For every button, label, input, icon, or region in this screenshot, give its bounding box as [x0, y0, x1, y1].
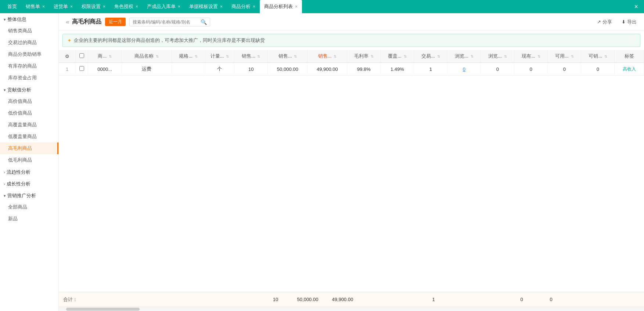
sort-spec-icon[interactable]: ⇅: [195, 54, 198, 58]
table-header-row: ⚙ 商... ⇅ 商品名称 ⇅ 规格...: [59, 50, 644, 63]
col-gross-rate[interactable]: 毛利率 ⇅: [347, 50, 381, 63]
content-area: « 高毛利商品 近一月 🔍 ↗ 分享 ⬇ 导出 ✦ 企业的主要的利润都是这部: [59, 13, 644, 311]
sort-code-icon[interactable]: ⇅: [109, 54, 112, 58]
sidebar-item-stocked-goods[interactable]: 有库存的商品: [0, 60, 58, 72]
sort-browse2-icon[interactable]: ⇅: [504, 54, 507, 58]
export-button[interactable]: ⬇ 导出: [619, 17, 640, 27]
search-input[interactable]: [133, 19, 201, 25]
data-table: ⚙ 商... ⇅ 商品名称 ⇅ 规格...: [59, 50, 644, 76]
top-nav: 首页 销售单 × 进货单 × 权限设置 × 角色授权 × 产成品入库单 × 单据…: [0, 0, 644, 13]
col-stock-saleable[interactable]: 可销... ⇅: [581, 50, 615, 63]
arrow-trend-icon: ›: [4, 170, 5, 174]
period-button[interactable]: 近一月: [105, 18, 126, 26]
nav-purchase-close[interactable]: ×: [70, 4, 73, 9]
sort-stock-available-icon[interactable]: ⇅: [571, 54, 574, 58]
col-unit[interactable]: 计量... ⇅: [205, 50, 234, 63]
footer-spacer4: [162, 297, 206, 302]
sort-stock-current-icon[interactable]: ⇅: [537, 54, 540, 58]
horizontal-scrollbar[interactable]: [59, 307, 644, 311]
nav-purchase[interactable]: 进货单 ×: [49, 0, 77, 13]
nav-role[interactable]: 角色授权 ×: [110, 0, 143, 13]
sidebar-item-high-coverage[interactable]: 高覆盖量商品: [0, 119, 58, 131]
sidebar-item-category-assist[interactable]: 商品分类助销率: [0, 48, 58, 60]
sidebar-item-low-coverage[interactable]: 低覆盖量商品: [0, 131, 58, 142]
nav-template[interactable]: 单据模板设置 ×: [185, 0, 227, 13]
nav-template-close[interactable]: ×: [220, 4, 223, 9]
sort-browse1-icon[interactable]: ⇅: [471, 54, 474, 58]
sidebar-item-low-margin[interactable]: 低毛利商品: [0, 154, 58, 166]
nav-permission-close[interactable]: ×: [103, 4, 105, 9]
footer-spacer2: [121, 297, 132, 302]
select-all-checkbox[interactable]: [79, 53, 84, 58]
footer-browse1: [448, 297, 478, 302]
footer-sales-cost: 49,900.00: [325, 297, 360, 302]
cell-browse1[interactable]: 0: [447, 63, 481, 76]
col-settings[interactable]: ⚙: [59, 50, 76, 63]
sort-gross-rate-icon[interactable]: ⇅: [371, 54, 374, 58]
share-button[interactable]: ↗ 分享: [594, 17, 615, 27]
sidebar-item-high-value[interactable]: 高价值商品: [0, 95, 58, 107]
col-spec[interactable]: 规格... ⇅: [172, 50, 205, 63]
col-code[interactable]: 商... ⇅: [88, 50, 122, 63]
sidebar-group-overall[interactable]: ▾ 整体信息: [0, 13, 58, 25]
col-sales-cost[interactable]: 销售... ⇅: [307, 50, 347, 63]
close-all-tabs[interactable]: ×: [631, 3, 641, 11]
footer-spacer5: [206, 297, 235, 302]
nav-product-instock-close[interactable]: ×: [178, 4, 180, 9]
col-checkbox[interactable]: [76, 50, 88, 63]
sidebar-item-sales-goods[interactable]: 销售类商品: [0, 25, 58, 37]
nav-sales-close[interactable]: ×: [42, 4, 45, 9]
cell-spec: [172, 63, 205, 76]
sidebar-item-low-value[interactable]: 低价值商品: [0, 107, 58, 119]
cell-checkbox[interactable]: [76, 63, 88, 76]
scroll-thumb[interactable]: [66, 308, 140, 311]
arrow-growth-icon: ›: [4, 182, 5, 186]
col-stock-available[interactable]: 可用... ⇅: [548, 50, 581, 63]
search-box: 🔍: [129, 18, 210, 26]
sort-sales-qty-icon[interactable]: ⇅: [257, 54, 260, 58]
sidebar-collapse-button[interactable]: «: [63, 18, 72, 26]
col-browse1[interactable]: 浏览... ⇅: [447, 50, 481, 63]
sidebar-group-growth[interactable]: › 成长性分析: [0, 178, 58, 189]
row-checkbox[interactable]: [79, 66, 84, 71]
arrow-overall-icon: ▾: [4, 17, 6, 22]
footer-cells: 10 50,000.00 49,900.00 1 0 0: [107, 297, 644, 302]
sort-name-icon[interactable]: ⇅: [156, 54, 159, 58]
nav-product-instock[interactable]: 产成品入库单 ×: [143, 0, 185, 13]
sort-sales-cost-icon[interactable]: ⇅: [334, 54, 337, 58]
sidebar-group-marketing[interactable]: ▾ 营销推广分析: [0, 189, 58, 201]
nav-analysis[interactable]: 商品分析 ×: [227, 0, 260, 13]
col-stock-current[interactable]: 现有... ⇅: [514, 50, 548, 63]
nav-analysis-close[interactable]: ×: [253, 4, 255, 9]
export-icon: ⬇: [622, 19, 626, 25]
cell-browse2: 0: [481, 63, 514, 76]
sidebar-item-high-margin[interactable]: 高毛利商品: [0, 142, 58, 154]
cell-stock-available: 0: [548, 63, 581, 76]
search-icon[interactable]: 🔍: [201, 19, 207, 25]
nav-home[interactable]: 首页: [3, 0, 21, 13]
col-coverage[interactable]: 覆盖... ⇅: [381, 50, 414, 63]
sidebar-item-all-goods[interactable]: 全部商品: [0, 201, 58, 213]
nav-permission[interactable]: 权限设置 ×: [77, 0, 110, 13]
table-wrapper[interactable]: ⚙ 商... ⇅ 商品名称 ⇅ 规格...: [59, 50, 644, 292]
nav-analysis-list[interactable]: 商品分析列表 ×: [260, 0, 302, 13]
col-sales-amount[interactable]: 销售... ⇅: [268, 50, 307, 63]
nav-sales[interactable]: 销售单 ×: [21, 0, 49, 13]
col-name[interactable]: 商品名称 ⇅: [122, 50, 172, 63]
sidebar-group-trend[interactable]: › 流趋性分析: [0, 166, 58, 178]
nav-analysis-list-close[interactable]: ×: [295, 4, 298, 9]
sidebar-group-contribution[interactable]: ▾ 贡献值分析: [0, 84, 58, 95]
sort-unit-icon[interactable]: ⇅: [226, 54, 229, 58]
sort-sales-amount-icon[interactable]: ⇅: [294, 54, 297, 58]
col-browse2[interactable]: 浏览... ⇅: [481, 50, 514, 63]
sort-stock-saleable-icon[interactable]: ⇅: [604, 54, 607, 58]
col-sales-qty[interactable]: 销售... ⇅: [234, 50, 268, 63]
sort-transaction-icon[interactable]: ⇅: [437, 54, 440, 58]
nav-role-close[interactable]: ×: [136, 4, 138, 9]
col-transaction[interactable]: 交易... ⇅: [414, 50, 447, 63]
sidebar-item-new-goods[interactable]: 新品: [0, 213, 58, 225]
sort-coverage-icon[interactable]: ⇅: [404, 54, 407, 58]
sidebar-item-traded-goods[interactable]: 交易过的商品: [0, 37, 58, 48]
info-banner: ✦ 企业的主要的利润都是这部分商品创造的，可考虑加大推广，同时关注库存是不要出现…: [62, 34, 640, 47]
sidebar-item-stock-capital[interactable]: 库存资金占用: [0, 72, 58, 84]
